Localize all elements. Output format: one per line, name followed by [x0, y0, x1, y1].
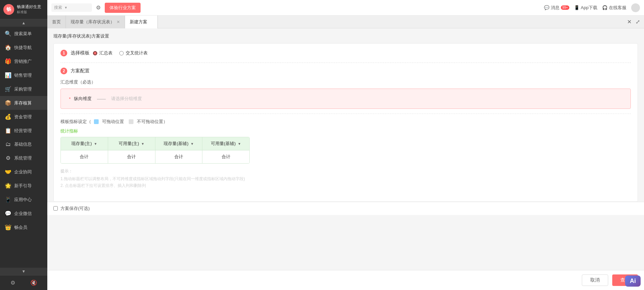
online-service-button[interactable]: 🎧 在线客服 [602, 5, 626, 11]
sidebar-item-finance[interactable]: 💰 资金管理 [0, 110, 47, 124]
sidebar-logo: 畅 畅康通好生意 标准版 [0, 0, 47, 19]
radio-summary-label: 汇总表 [99, 50, 113, 56]
cancel-button[interactable]: 取消 [582, 274, 608, 286]
sidebar-item-wxwork[interactable]: 💬 企业微信 [0, 207, 47, 220]
divider-1 [60, 63, 631, 63]
close-tab-button[interactable]: ✕ [626, 17, 633, 26]
required-mark: * [69, 96, 71, 101]
sidebar-scroll-down[interactable]: ▼ [0, 268, 47, 275]
expand-button[interactable]: ⤢ [634, 17, 641, 26]
tab-inventory-close-icon[interactable]: ✕ [117, 20, 120, 24]
template-radio-group: 汇总表 交叉统计表 [93, 50, 148, 56]
col-4-dropdown-icon[interactable]: ▼ [238, 142, 241, 146]
sidebar-item-label: 企业协同 [14, 169, 32, 175]
col-3-dropdown-icon[interactable]: ▼ [191, 142, 194, 146]
handshake-icon: 🤝 [5, 169, 11, 175]
save-checkbox[interactable] [53, 206, 58, 211]
app-logo-icon: 畅 [3, 4, 14, 15]
message-button[interactable]: 💬 消息 99+ [544, 5, 569, 11]
step1-header: 1 选择模板 汇总表 交叉统计表 [60, 50, 631, 56]
tab-inventory-status[interactable]: 现存量（库存状况表） ✕ [66, 16, 125, 28]
chevron-down-icon: ▼ [64, 6, 68, 9]
step2-section: 2 方案配置 汇总维度（必选） * 纵向维度 —— 请选择分组维度 模 [60, 68, 631, 189]
draggable-badge-icon [94, 119, 99, 124]
sidebar-item-label: 营销推广 [14, 58, 32, 65]
draggable-badge-label: 可拖动位置 [102, 119, 124, 125]
radio-summary-input[interactable] [93, 51, 97, 55]
sidebar-item-label: 企业微信 [14, 211, 32, 217]
col-2-dropdown-icon[interactable]: ▼ [141, 142, 145, 146]
sidebar-item-sales[interactable]: 📊 销售管理 [0, 68, 47, 82]
sidebar-item-label: 资金管理 [14, 114, 32, 120]
stats-col-1-header: 现存量(主) ▼ [61, 137, 108, 150]
stats-col-3-header: 现存量(基辅) ▼ [155, 137, 203, 150]
tab-new-plan-label: 新建方案 [130, 19, 147, 25]
sidebar-item-member[interactable]: 👑 畅会员 [0, 220, 47, 234]
tab-home[interactable]: 首页 [47, 16, 66, 28]
stats-cell-1-2: 合计 [108, 150, 155, 163]
chart-icon: 📊 [5, 72, 11, 78]
sidebar-item-purchase[interactable]: 🛒 采购管理 [0, 82, 47, 96]
app-download-icon: 📱 [574, 5, 579, 10]
hint-section: 提示： 1.拖动标题栏可以调整布局，不可跨维度或指标区域拖动列字段(只能在同一维… [60, 168, 631, 189]
save-label: 方案保存(可选) [60, 206, 90, 212]
sidebar-item-quicknav[interactable]: 🏠 快捷导航 [0, 41, 47, 54]
topbar-search-area[interactable]: 搜索 ▼ [51, 3, 92, 12]
save-section: 方案保存(可选) [47, 202, 644, 215]
sidebar-item-label: 应用中心 [14, 197, 32, 203]
sidebar-item-marketing[interactable]: 🎁 营销推广 [0, 54, 47, 68]
sidebar-item-contract[interactable]: 🤝 企业协同 [0, 165, 47, 179]
sidebar-item-newguide[interactable]: 🌟 新手引导 [0, 179, 47, 193]
content-area: 现存量(库存状况表)方案设置 1 选择模板 汇总表 交叉统计表 [47, 28, 644, 270]
message-icon: 💬 [544, 5, 549, 10]
sidebar-item-label: 系统管理 [14, 155, 32, 161]
sidebar-item-appcenter[interactable]: 📱 应用中心 [0, 193, 47, 207]
alert-box: * 纵向维度 —— 请选择分组维度 [60, 89, 631, 109]
sidebar-item-operation[interactable]: 📋 经营管理 [0, 124, 47, 138]
sidebar-item-inventory[interactable]: 📦 库存核算 [0, 96, 47, 110]
radio-cross[interactable]: 交叉统计表 [119, 50, 148, 56]
non-draggable-badge-icon [129, 119, 133, 124]
stats-table-body: 合计 合计 合计 合计 [61, 150, 249, 163]
sidebar-item-label: 销售管理 [14, 72, 32, 78]
tab-new-plan-close-icon[interactable]: ✕ [149, 20, 153, 24]
topbar-right: 💬 消息 99+ 📱 App下载 🎧 在线客服 [544, 3, 640, 12]
sidebar-scroll-up[interactable]: ▲ [0, 19, 47, 27]
sidebar-settings-button[interactable]: ⚙ [8, 278, 18, 287]
col-1-dropdown-icon[interactable]: ▼ [94, 142, 97, 146]
stats-col-2-header: 可用量(主) ▼ [108, 137, 155, 150]
radio-cross-input[interactable] [119, 51, 124, 55]
topbar-gear-icon[interactable]: ⚙ [96, 4, 101, 11]
money-icon: 💰 [5, 114, 11, 120]
gear-icon: ⚙ [5, 155, 11, 161]
app-download-button[interactable]: 📱 App下载 [574, 5, 597, 11]
stats-table-header: 现存量(主) ▼ 可用量(主) ▼ 现存量(基辅) ▼ [61, 137, 249, 150]
stats-table: 现存量(主) ▼ 可用量(主) ▼ 现存量(基辅) ▼ [60, 137, 250, 164]
tab-new-plan[interactable]: 新建方案 ✕ [125, 16, 158, 28]
sidebar-item-basic[interactable]: 🗂 基础信息 [0, 138, 47, 151]
sidebar-item-label: 采购管理 [14, 86, 32, 92]
sidebar-item-system[interactable]: ⚙ 系统管理 [0, 151, 47, 165]
app-download-label: App下载 [581, 5, 597, 11]
sidebar-mute-button[interactable]: 🔇 [28, 278, 40, 287]
tab-home-label: 首页 [52, 19, 61, 25]
stats-cell-1-3: 合计 [155, 150, 203, 163]
radio-summary[interactable]: 汇总表 [93, 50, 113, 56]
stats-section-title: 统计指标 [60, 128, 631, 134]
sidebar-item-search[interactable]: 🔍 搜索菜单 [0, 27, 47, 41]
sidebar: 畅 畅康通好生意 标准版 ▲ 🔍 搜索菜单 🏠 快捷导航 🎁 营销推广 📊 销售… [0, 0, 47, 290]
sidebar-nav: 🔍 搜索菜单 🏠 快捷导航 🎁 营销推广 📊 销售管理 🛒 采购管理 📦 库存核… [0, 27, 47, 268]
sidebar-bottom: ⚙ 🔇 [0, 275, 47, 290]
summary-label: 汇总维度（必选） [60, 79, 631, 85]
avatar-image [631, 3, 640, 12]
trial-button[interactable]: 体验行业方案 [105, 3, 141, 13]
sidebar-item-label: 基础信息 [14, 141, 32, 147]
user-avatar[interactable] [631, 3, 640, 12]
app-edition: 标准版 [17, 10, 41, 15]
box-icon: 📦 [5, 100, 11, 106]
stats-section: 统计指标 现存量(主) ▼ 可用量(主) ▼ [60, 128, 631, 164]
message-badge: 99+ [561, 5, 569, 10]
ai-badge[interactable]: Ai [625, 275, 641, 287]
step1-num: 1 [60, 50, 67, 56]
sidebar-item-label: 快捷导航 [14, 45, 32, 51]
